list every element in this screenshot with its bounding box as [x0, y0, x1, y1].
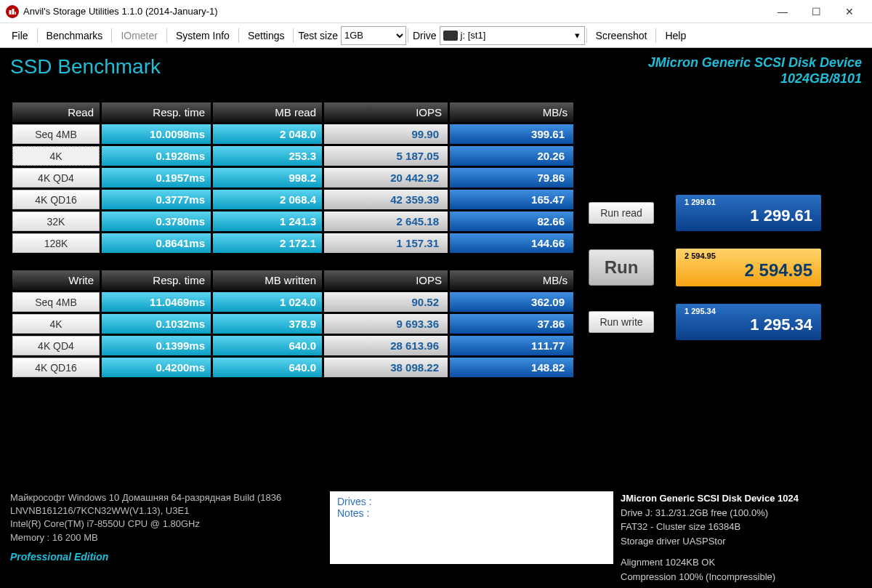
system-info-left: Майкрософт Windows 10 Домашняя 64-разряд…	[10, 491, 323, 564]
cell-mbs: 399.61	[450, 124, 573, 144]
row-label-button[interactable]: 4K QD16	[12, 190, 100, 209]
cell-iops: 1 157.31	[324, 233, 448, 253]
table-row: Seq 4MB10.0098ms2 048.099.90399.61	[12, 124, 573, 144]
close-button[interactable]: ✕	[833, 1, 866, 23]
cell-mb: 2 068.4	[213, 190, 322, 209]
row-label-button[interactable]: 4K QD4	[12, 336, 100, 355]
cell-mb: 640.0	[213, 358, 322, 377]
table-row: 4K QD160.4200ms640.038 098.22148.82	[12, 358, 573, 377]
main-panel: SSD Benchmark JMicron Generic SCSI Disk …	[0, 48, 872, 588]
test-size-select[interactable]: 1GB	[341, 26, 406, 45]
cell-iops: 5 187.05	[324, 146, 448, 166]
svg-rect-1	[12, 9, 15, 15]
drive-free: Drive J: 31.2/31.2GB free (100.0%)	[621, 506, 860, 520]
run-read-button[interactable]: Run read	[589, 202, 654, 224]
menu-iometer[interactable]: IOmeter	[113, 27, 165, 44]
drive-compression: Compression 100% (Incompressible)	[621, 570, 860, 584]
cell-iops: 28 613.96	[324, 336, 448, 355]
menu-benchmarks[interactable]: Benchmarks	[39, 27, 110, 44]
resp-header: Resp. time	[102, 270, 211, 290]
drive-alignment: Alignment 1024KB OK	[621, 555, 860, 570]
cell-iops: 20 442.92	[324, 168, 448, 188]
drive-select[interactable]: j: [st1] ▾	[440, 26, 585, 45]
cell-resp: 0.8641ms	[102, 233, 211, 253]
cell-mb: 2 048.0	[213, 124, 322, 144]
cell-mb: 2 172.1	[213, 233, 322, 253]
menubar: File Benchmarks IOmeter System Info Sett…	[0, 23, 872, 48]
sys-memory: Memory : 16 200 MB	[10, 531, 323, 544]
device-name: JMicron Generic SCSI Disk Device	[648, 55, 862, 71]
row-label-button[interactable]: 4K	[12, 314, 100, 334]
cell-iops: 2 645.18	[324, 212, 448, 231]
table-row: Seq 4MB11.0469ms1 024.090.52362.09	[12, 292, 573, 312]
app-icon	[6, 5, 19, 18]
row-label-button[interactable]: 128K	[12, 233, 100, 253]
cell-mbs: 148.82	[450, 358, 573, 377]
svg-rect-2	[15, 12, 17, 15]
cell-iops: 42 359.39	[324, 190, 448, 209]
table-row: 128K0.8641ms2 172.11 157.31144.66	[12, 233, 573, 253]
menu-file[interactable]: File	[4, 27, 36, 44]
total-score-small: 2 594.95	[685, 251, 812, 260]
cell-iops: 9 693.36	[324, 314, 448, 334]
cell-mbs: 79.86	[450, 168, 573, 188]
minimize-button[interactable]: —	[766, 1, 799, 23]
sys-board: LNVNB161216/7KCN32WW(V1.13), U3E1	[10, 504, 323, 517]
row-label-button[interactable]: 4K QD16	[12, 358, 100, 377]
cell-mbs: 362.09	[450, 292, 573, 312]
cell-resp: 0.1399ms	[102, 336, 211, 355]
row-label-button[interactable]: 32K	[12, 212, 100, 231]
window-title: Anvil's Storage Utilities 1.1.0 (2014-Ja…	[23, 6, 218, 17]
cell-mbs: 20.26	[450, 146, 573, 166]
test-size-label: Test size	[298, 30, 337, 41]
cell-mbs: 144.66	[450, 233, 573, 253]
row-label-button[interactable]: Seq 4MB	[12, 124, 100, 144]
drive-name: JMicron Generic SCSI Disk Device 1024	[621, 491, 860, 506]
cell-resp: 0.4200ms	[102, 358, 211, 377]
menu-settings[interactable]: Settings	[241, 27, 292, 44]
run-write-button[interactable]: Run write	[589, 311, 654, 333]
table-row: 4K QD160.3777ms2 068.442 359.39165.47	[12, 190, 573, 209]
write-header: Write	[12, 270, 100, 290]
table-row: 4K0.1928ms253.35 187.0520.26	[12, 146, 573, 166]
cell-resp: 10.0098ms	[102, 124, 211, 144]
run-button[interactable]: Run	[589, 249, 654, 286]
cell-mb: 998.2	[213, 168, 322, 188]
read-score-large: 1 299.61	[750, 206, 812, 225]
notes-label: Notes :	[337, 507, 606, 519]
cell-mb: 253.3	[213, 146, 322, 166]
row-label-button[interactable]: Seq 4MB	[12, 292, 100, 312]
drive-driver: Storage driver UASPStor	[621, 534, 860, 549]
drives-label: Drives :	[337, 496, 606, 507]
read-header: Read	[12, 102, 100, 122]
table-row: 4K QD40.1957ms998.220 442.9279.86	[12, 168, 573, 188]
drive-icon	[443, 31, 458, 41]
device-size: 1024GB/8101	[648, 71, 862, 87]
read-score-small: 1 299.61	[685, 198, 812, 206]
menu-help[interactable]: Help	[658, 27, 693, 44]
cell-resp: 0.1032ms	[102, 314, 211, 334]
row-label-button[interactable]: 4K	[12, 146, 100, 166]
titlebar: Anvil's Storage Utilities 1.1.0 (2014-Ja…	[0, 0, 872, 23]
menu-system-info[interactable]: System Info	[169, 27, 237, 44]
cell-resp: 0.1928ms	[102, 146, 211, 166]
menu-screenshot[interactable]: Screenshot	[589, 27, 655, 44]
notes-box[interactable]: Drives : Notes :	[330, 491, 613, 564]
total-score-large: 2 594.95	[745, 260, 812, 280]
mbread-header: MB read	[213, 102, 322, 122]
sys-cpu: Intel(R) Core(TM) i7-8550U CPU @ 1.80GHz	[10, 517, 323, 531]
resp-header: Resp. time	[102, 102, 211, 122]
row-label-button[interactable]: 4K QD4	[12, 168, 100, 188]
mbs-header: MB/s	[450, 270, 573, 290]
cell-mb: 1 024.0	[213, 292, 322, 312]
device-info: JMicron Generic SCSI Disk Device 1024GB/…	[648, 55, 862, 86]
read-score: 1 299.61 1 299.61	[676, 195, 821, 231]
cell-iops: 99.90	[324, 124, 448, 144]
drive-value: j: [st1]	[461, 30, 486, 41]
cell-mb: 1 241.3	[213, 212, 322, 231]
mbwritten-header: MB written	[213, 270, 322, 290]
cell-mbs: 111.77	[450, 336, 573, 355]
drive-fs: FAT32 - Cluster size 16384B	[621, 520, 860, 534]
maximize-button[interactable]: ☐	[799, 1, 833, 23]
write-score-large: 1 295.34	[750, 315, 812, 334]
